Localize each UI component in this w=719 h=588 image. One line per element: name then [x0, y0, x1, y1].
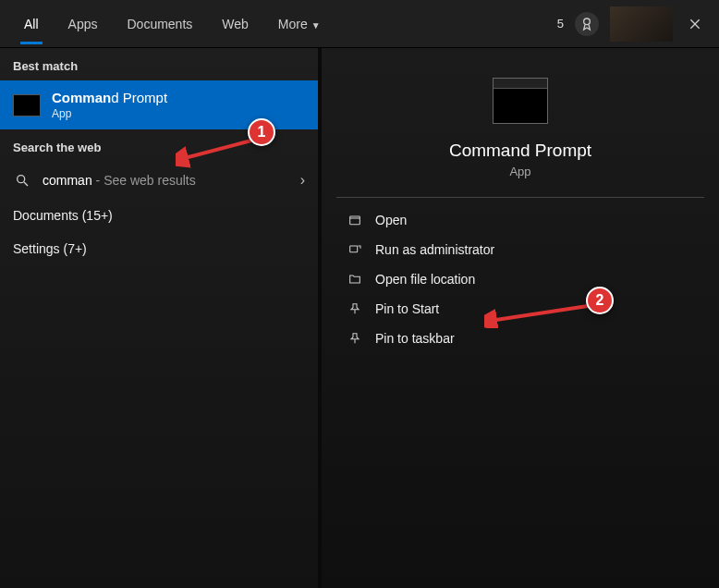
close-button[interactable] [684, 13, 706, 35]
shield-icon [347, 242, 362, 257]
annotation-arrow-1 [176, 135, 259, 172]
reward-count: 5 [557, 17, 564, 31]
user-avatar[interactable] [610, 6, 673, 42]
result-title: Command Prompt [52, 90, 167, 105]
svg-line-4 [24, 182, 28, 186]
close-icon [688, 17, 702, 31]
tab-documents[interactable]: Documents [112, 4, 207, 44]
tab-web[interactable]: Web [207, 4, 263, 44]
folder-icon [347, 272, 362, 287]
action-label: Pin to taskbar [375, 331, 455, 346]
rewards-icon[interactable] [575, 12, 599, 36]
open-icon [347, 213, 362, 227]
divider [336, 197, 704, 198]
chevron-right-icon: › [300, 172, 305, 189]
preview-subtitle: App [336, 165, 704, 178]
preview-app-icon [493, 78, 548, 124]
action-open[interactable]: Open [336, 205, 704, 235]
header-right: 5 [557, 6, 719, 42]
preview-title: Command Prompt [336, 141, 704, 161]
web-search-text: comman - See web results [43, 173, 196, 188]
svg-line-11 [490, 306, 588, 321]
svg-rect-6 [350, 216, 360, 225]
header-bar: All Apps Documents Web More▼ 5 [0, 0, 719, 48]
action-label: Open file location [375, 272, 475, 287]
search-icon [13, 171, 31, 190]
action-label: Pin to Start [375, 301, 439, 316]
svg-point-0 [584, 18, 591, 25]
chevron-down-icon: ▼ [311, 20, 321, 31]
action-run-as-admin[interactable]: Run as administrator [336, 235, 704, 264]
action-label: Run as administrator [375, 242, 494, 257]
pin-icon [347, 301, 362, 316]
tab-all[interactable]: All [9, 4, 54, 44]
annotation-marker-1: 1 [248, 118, 275, 146]
results-panel: Best match Command Prompt App Search the… [0, 48, 318, 588]
svg-point-3 [18, 176, 25, 183]
pin-taskbar-icon [347, 331, 362, 346]
svg-rect-8 [350, 246, 358, 252]
documents-category[interactable]: Documents (15+) [0, 199, 318, 232]
search-scope-tabs: All Apps Documents Web More▼ [0, 4, 335, 44]
result-subtitle: App [52, 107, 167, 120]
web-search-row[interactable]: comman - See web results › [0, 162, 318, 199]
action-label: Open [375, 213, 407, 227]
best-match-heading: Best match [0, 48, 318, 80]
settings-category[interactable]: Settings (7+) [0, 232, 318, 265]
annotation-arrow-2 [484, 300, 595, 328]
preview-panel: Command Prompt App Open Run as administr… [318, 48, 719, 588]
annotation-marker-2: 2 [586, 287, 614, 314]
svg-line-5 [181, 141, 251, 159]
tab-more[interactable]: More▼ [263, 4, 335, 44]
action-open-file-location[interactable]: Open file location [336, 264, 704, 294]
tab-apps[interactable]: Apps [54, 4, 113, 44]
command-prompt-icon [13, 94, 41, 116]
